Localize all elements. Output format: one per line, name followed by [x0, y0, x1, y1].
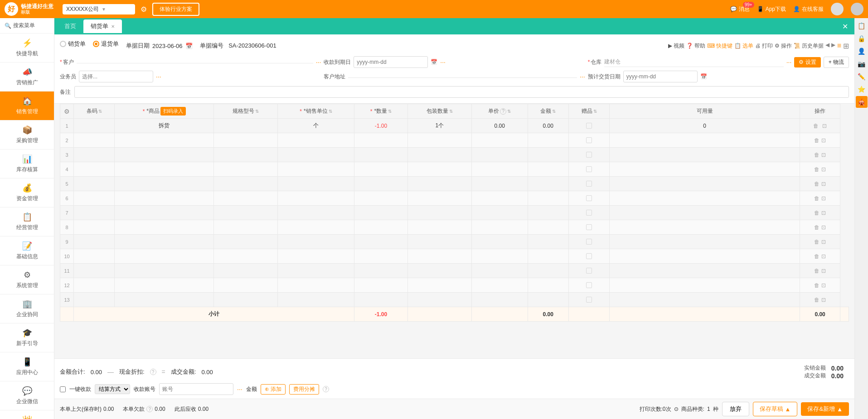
avatar-2[interactable] — [851, 3, 863, 15]
sidebar-search[interactable]: 🔍 搜索菜单 — [0, 18, 54, 34]
delete-icon[interactable]: 🗑 — [814, 181, 820, 187]
app-download-button[interactable]: 📱 App下载 — [757, 5, 786, 13]
delete-icon[interactable]: 🗑 — [814, 152, 820, 158]
row-1-quantity[interactable]: -1.00 — [354, 119, 407, 133]
account-input[interactable] — [159, 383, 233, 395]
trial-button[interactable]: 体验行业方案 — [152, 3, 199, 16]
delete-icon[interactable]: 🗑 — [814, 224, 820, 231]
delete-icon[interactable]: 🗑 — [814, 268, 820, 274]
toolbar-print[interactable]: 🖨 打印 — [755, 42, 773, 50]
copy-icon[interactable]: ⊡ — [821, 297, 826, 303]
row-1-product[interactable]: 拆货 — [115, 119, 214, 133]
calendar-icon[interactable]: 📅 — [185, 43, 193, 49]
customer-address-dots[interactable]: ··· — [580, 73, 585, 80]
sidebar-item-purchase[interactable]: 📦 采购管理 — [0, 120, 54, 149]
sidebar-item-marketing[interactable]: 📣 营销推广 — [0, 63, 54, 92]
rs-item-3[interactable]: 👤 — [856, 45, 868, 57]
scan-button[interactable]: 扫码录入 — [160, 107, 186, 116]
salesperson-dots[interactable]: ··· — [156, 73, 161, 80]
sidebar-item-sales[interactable]: 🏠 销售管理 — [0, 92, 54, 120]
delete-icon[interactable]: 🗑 — [813, 123, 819, 129]
toolbar-shortcut[interactable]: ⌨ 快捷键 — [707, 42, 732, 50]
warehouse-dots[interactable]: ··· — [786, 58, 792, 66]
copy-icon[interactable]: ⊡ — [821, 239, 826, 245]
company-selector[interactable]: XXXXXX公司 ▼ — [63, 4, 135, 14]
tab-home[interactable]: 首页 — [57, 19, 83, 33]
sidebar-item-finance[interactable]: 💰 资金管理 — [0, 178, 54, 207]
debit-info-icon[interactable]: ? — [146, 406, 153, 412]
sidebar-item-member[interactable]: 👑 畅会员 — [0, 410, 54, 419]
sidebar-item-inventory[interactable]: 📊 库存核算 — [0, 149, 54, 178]
copy-icon[interactable]: ⊡ — [821, 166, 826, 173]
fee-split-button[interactable]: 费用分摊 — [289, 384, 319, 395]
sidebar-item-quick-nav[interactable]: ⚡ 快捷导航 — [0, 34, 54, 63]
delete-icon[interactable]: 🗑 — [814, 253, 820, 260]
sidebar-item-app-center[interactable]: 📱 应用中心 — [0, 352, 54, 381]
col-header-gear[interactable]: ⚙ — [60, 104, 74, 119]
copy-icon[interactable]: ⊡ — [821, 210, 826, 216]
setup-button[interactable]: ⚙ 设置 — [794, 57, 820, 67]
copy-icon[interactable]: ⊡ — [822, 123, 827, 129]
list-view-icon[interactable]: ≡ — [837, 42, 841, 50]
product-type-circle-icon[interactable]: ⊙ — [674, 406, 679, 412]
sidebar-item-wechat[interactable]: 💬 企业微信 — [0, 381, 54, 410]
delete-icon[interactable]: 🗑 — [814, 282, 820, 289]
sidebar-item-enterprise[interactable]: 🏢 企业协同 — [0, 294, 54, 323]
toolbar-operate[interactable]: ⚙ 操作 — [775, 42, 792, 50]
row-1-unit[interactable]: 个 — [278, 119, 354, 133]
sidebar-item-basic-info[interactable]: 📝 基础信息 — [0, 236, 54, 265]
copy-icon[interactable]: ⊡ — [821, 253, 826, 260]
delete-icon[interactable]: 🗑 — [814, 297, 820, 303]
sidebar-item-system[interactable]: ⚙ 系统管理 — [0, 265, 54, 294]
tab-sales-order[interactable]: 销货单 ✕ — [83, 19, 122, 33]
toolbar-video[interactable]: ▶ 视频 — [668, 42, 684, 50]
radio-sales-order[interactable]: 销货单 — [60, 40, 86, 48]
calendar-due-icon[interactable]: 📅 — [431, 59, 437, 65]
toolbar-history[interactable]: 📜 历史单据 — [794, 42, 824, 50]
delete-icon[interactable]: 🗑 — [814, 166, 820, 173]
add-button[interactable]: ⊕ 添加 — [261, 384, 286, 395]
delete-icon[interactable]: 🗑 — [814, 137, 820, 144]
row-1-spec[interactable] — [214, 119, 278, 133]
avatar[interactable] — [831, 3, 844, 15]
sidebar-item-operations[interactable]: 📋 经营管理 — [0, 207, 54, 236]
rs-item-1[interactable]: 📋 — [856, 20, 868, 32]
prev-icon[interactable]: ◀ — [825, 42, 829, 50]
rs-item-4[interactable]: 📷 — [856, 58, 868, 70]
payment-due-dots[interactable]: ··· — [440, 58, 446, 66]
rs-item-2[interactable]: 🔒 — [856, 33, 868, 44]
customer-address-value[interactable] — [348, 76, 577, 78]
delete-icon[interactable]: 🗑 — [814, 210, 820, 216]
calc-method-select[interactable]: 结算方式 — [95, 384, 130, 394]
copy-icon[interactable]: ⊡ — [821, 137, 826, 144]
message-button[interactable]: 💬 消息 99+ — [730, 5, 750, 13]
tab-bar-close-button[interactable]: ✕ — [839, 22, 852, 31]
copy-icon[interactable]: ⊡ — [821, 152, 826, 158]
copy-icon[interactable]: ⊡ — [821, 181, 826, 187]
row-1-gift[interactable] — [568, 119, 609, 133]
online-service-button[interactable]: 👤 在线客服 — [793, 5, 824, 13]
save-draft-button[interactable]: 保存草稿 ▲ — [753, 402, 798, 416]
settings-icon-button[interactable]: ⚙ — [139, 3, 149, 15]
save-new-button[interactable]: 保存&新增 ▲ — [801, 402, 849, 416]
grid-view-icon[interactable]: ⊞ — [843, 42, 849, 50]
rs-item-7[interactable]: 🎪 — [856, 96, 868, 108]
payment-due-input[interactable] — [354, 56, 428, 68]
delete-icon[interactable]: 🗑 — [814, 195, 820, 202]
copy-icon[interactable]: ⊡ — [821, 195, 826, 202]
remark-input[interactable] — [74, 86, 849, 98]
salesperson-input[interactable] — [79, 71, 153, 82]
delete-icon[interactable]: 🗑 — [814, 239, 820, 245]
customer-dots-button[interactable]: ··· — [316, 58, 321, 66]
copy-icon[interactable]: ⊡ — [821, 268, 826, 274]
customer-value[interactable] — [77, 61, 313, 63]
rs-item-6[interactable]: ⭐ — [856, 83, 868, 95]
radio-return-order[interactable]: 退货单 — [93, 40, 119, 48]
warehouse-value[interactable]: 建材仓 — [604, 57, 783, 67]
toolbar-select[interactable]: 📋 选单 — [734, 42, 753, 50]
expected-date-input[interactable] — [623, 71, 698, 82]
row-1-amount[interactable]: 0.00 — [528, 119, 568, 133]
discard-button[interactable]: 放弃 — [722, 402, 749, 416]
tab-close-icon[interactable]: ✕ — [111, 24, 115, 29]
account-dots[interactable]: ··· — [237, 385, 242, 393]
